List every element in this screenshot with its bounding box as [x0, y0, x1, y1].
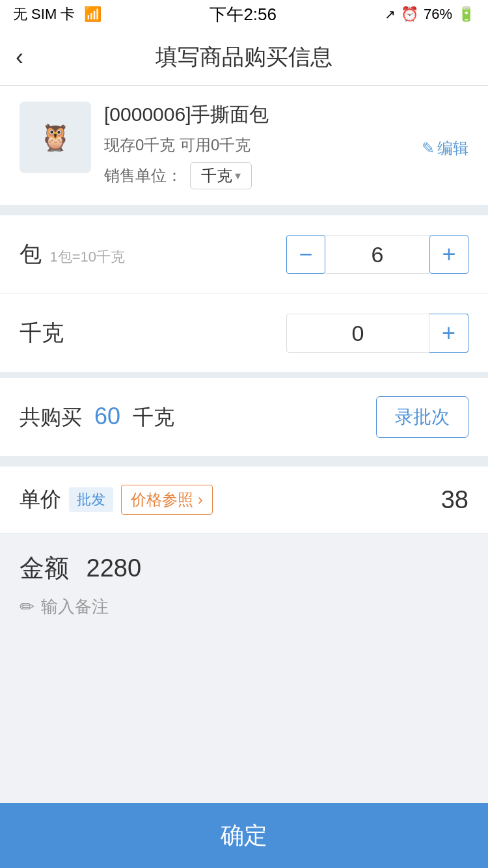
wifi-icon: 📶 [84, 6, 102, 23]
bao-input-section: 包 1包=10千克 − + [0, 215, 488, 294]
battery-text: 76% [424, 6, 452, 23]
status-left: 无 SIM 卡 ︎ 📶 [13, 5, 102, 24]
remark-row[interactable]: ✏ 输入备注 [20, 595, 468, 618]
product-unit-row: 销售单位： 千克 ▾ [104, 162, 468, 189]
bao-label-group: 包 1包=10千克 [20, 239, 125, 269]
bao-minus-button[interactable]: − [286, 235, 325, 274]
remark-label: 输入备注 [41, 595, 109, 618]
kg-qty-input[interactable] [286, 314, 429, 353]
unit-select[interactable]: 千克 ▾ [190, 162, 252, 189]
kg-label-group: 千克 [20, 318, 64, 348]
price-badge: 批发 [69, 487, 113, 512]
bao-qty-control: − + [286, 235, 468, 274]
bao-qty-input[interactable] [325, 235, 429, 274]
batch-button[interactable]: 录批次 [376, 396, 468, 438]
confirm-button[interactable]: 确定 [0, 803, 488, 868]
product-thumb-icon: 🦉 [39, 122, 72, 153]
unit-label: 销售单位： [104, 165, 182, 186]
amount-value: 2280 [87, 554, 142, 582]
price-value: 38 [441, 486, 468, 514]
unit-value: 千克 [201, 165, 232, 186]
status-bar: 无 SIM 卡 ︎ 📶 下午2:56 ↗ ⏰ 76% 🔋 [0, 0, 488, 29]
kg-qty-control: + [286, 314, 468, 353]
chevron-down-icon: ▾ [235, 169, 241, 183]
price-section: 单价 批发 价格参照 › 38 [0, 467, 488, 534]
sim-text: 无 SIM 卡 ︎ [13, 5, 79, 24]
total-unit: 千克 [133, 405, 174, 429]
edit-icon: ✎ [422, 139, 435, 157]
price-ref-button[interactable]: 价格参照 › [121, 485, 213, 515]
bao-sub-label: 1包=10千克 [49, 249, 125, 265]
total-label: 共购买 [20, 405, 82, 429]
product-stock: 现存0千克 可用0千克 [104, 135, 468, 156]
product-name: [0000006]手撕面包 [104, 102, 468, 128]
product-card: 🦉 [0000006]手撕面包 现存0千克 可用0千克 销售单位： 千克 ▾ ✎… [0, 86, 488, 210]
location-icon: ↗ [385, 7, 396, 22]
separator-3 [0, 461, 488, 467]
separator-1 [0, 210, 488, 215]
status-time: 下午2:56 [210, 3, 277, 26]
price-label: 单价 [20, 485, 61, 514]
total-row: 共购买 60 千克 录批次 [0, 378, 488, 461]
kg-input-section: 千克 + [0, 294, 488, 373]
amount-row: 金额 2280 [20, 552, 468, 585]
remark-icon: ✏ [20, 596, 34, 617]
price-left: 单价 批发 价格参照 › [20, 485, 213, 515]
bao-plus-button[interactable]: + [429, 235, 468, 274]
total-amount: 60 [94, 403, 120, 429]
kg-label: 千克 [20, 320, 64, 345]
separator-2 [0, 373, 488, 378]
product-thumbnail: 🦉 [20, 102, 91, 173]
edit-label: 编辑 [437, 138, 468, 159]
page-title: 填写商品购买信息 [156, 42, 332, 72]
total-text: 共购买 60 千克 [20, 403, 174, 432]
alarm-icon: ⏰ [401, 6, 418, 23]
amount-label: 金额 [20, 554, 69, 582]
amount-section: 金额 2280 ✏ 输入备注 [0, 534, 488, 631]
status-right: ↗ ⏰ 76% 🔋 [385, 6, 475, 23]
nav-bar: ‹ 填写商品购买信息 [0, 29, 488, 86]
kg-plus-button[interactable]: + [429, 314, 468, 353]
bao-label: 包 [20, 241, 42, 266]
product-info: [0000006]手撕面包 现存0千克 可用0千克 销售单位： 千克 ▾ [104, 102, 468, 189]
battery-icon: 🔋 [457, 6, 475, 23]
edit-button[interactable]: ✎ 编辑 [422, 138, 468, 159]
back-button[interactable]: ‹ [16, 44, 23, 71]
